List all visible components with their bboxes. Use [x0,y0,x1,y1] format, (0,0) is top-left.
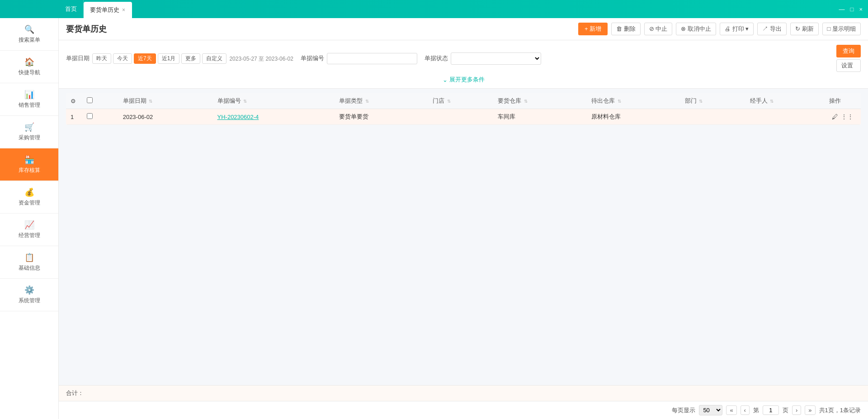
sidebar-item-system[interactable]: ⚙️ 系统管理 [0,279,58,311]
show-detail-button[interactable]: □ 显示明细 [822,23,861,35]
close-icon[interactable]: × [859,6,863,13]
delete-button[interactable]: 🗑 删除 [611,23,641,35]
expand-label: 展开更多条件 [449,76,485,84]
cell-handler [745,109,825,125]
sidebar-item-operations-label: 经营管理 [19,232,40,239]
col-settings[interactable]: ⚙ [66,93,82,109]
sidebar-item-search-menu[interactable]: 🔍 搜索菜单 [0,18,58,51]
operations-icon: 📈 [24,220,34,230]
col-dest-warehouse[interactable]: 待出仓库 ⇅ [587,93,680,109]
date-btn-custom[interactable]: 自定义 [202,53,226,64]
doc-number-input[interactable] [327,53,417,64]
sidebar-item-purchase[interactable]: 🛒 采购管理 [0,116,58,148]
col-doc-number[interactable]: 单据编号 ⇅ [213,93,335,109]
col-dept[interactable]: 部门 ⇅ [680,93,745,109]
date-btn-last7days[interactable]: 近7天 [134,53,156,64]
sidebar-item-sales[interactable]: 📊 销售管理 [0,83,58,116]
tab-history-label: 要货单历史 [90,6,119,14]
date-btn-yesterday[interactable]: 昨天 [92,53,111,64]
sidebar: 🔍 搜索菜单 🏠 快捷导航 📊 销售管理 🛒 采购管理 🏪 库存核算 💰 资金管… [0,18,59,419]
col-req-warehouse[interactable]: 要货仓库 ⇅ [493,93,587,109]
search-menu-icon: 🔍 [24,24,34,34]
export-button[interactable]: ↗ 导出 [757,23,787,35]
sidebar-item-purchase-label: 采购管理 [19,134,40,142]
print-button[interactable]: 🖨 打印 ▾ [720,23,754,35]
tab-home-label: 首页 [65,5,77,13]
sidebar-item-basic-info-label: 基础信息 [19,264,40,272]
tab-close-icon[interactable]: × [122,7,125,13]
cell-doc-number[interactable]: YH-20230602-4 [213,109,335,125]
pagination-bar: 每页显示 20 50 100 « ‹ 第 页 › » 共1页，1条记录 [59,401,868,419]
page-label-post: 页 [783,406,788,414]
row-checkbox[interactable] [87,113,93,119]
sidebar-item-sales-label: 销售管理 [19,101,40,109]
date-btn-last1month[interactable]: 近1月 [158,53,180,64]
col-handler[interactable]: 经手人 ⇅ [745,93,825,109]
minimize-icon[interactable]: — [839,6,845,13]
sidebar-item-operations[interactable]: 📈 经营管理 [0,214,58,246]
cell-ops: 🖊 ⋮⋮ [825,109,861,125]
table-summary: 合计： [59,385,868,401]
date-btn-more[interactable]: 更多 [181,53,200,64]
cell-checkbox [82,109,118,125]
sidebar-item-finance-label: 资金管理 [19,199,40,207]
date-btn-today[interactable]: 今天 [113,53,132,64]
first-page-button[interactable]: « [726,405,736,415]
sidebar-item-quick-nav-label: 快捷导航 [19,69,40,76]
date-buttons: 昨天 今天 近7天 近1月 更多 自定义 [92,53,226,64]
page-title: 要货单历史 [66,24,107,34]
sidebar-item-inventory[interactable]: 🏪 库存核算 [0,148,58,181]
row-edit-icon[interactable]: 🖊 [832,113,838,120]
filter-row: 单据日期 昨天 今天 近7天 近1月 更多 自定义 2023-05-27 至 2… [66,45,861,72]
page-size-select[interactable]: 20 50 100 [699,405,722,415]
toolbar: + 新增 🗑 删除 ⊘ 中止 ⊗ 取消中止 🖨 打印 ▾ ↗ 导出 ↻ 刷新 □… [578,23,861,35]
doc-status-filter-group: 单据状态 [425,52,541,65]
date-filter-label: 单据日期 [66,54,90,62]
doc-status-select[interactable] [451,52,541,65]
page-number-input[interactable] [763,405,779,415]
table-row: 1 2023-06-02 YH-20230602-4 要货单要货 车间库 原材料… [66,109,861,125]
cell-doc-date: 2023-06-02 [118,109,213,125]
next-page-button[interactable]: › [792,405,801,415]
select-all-checkbox[interactable] [87,97,93,103]
cell-doc-type: 要货单要货 [335,109,428,125]
last-page-button[interactable]: » [805,405,815,415]
col-ops: 操作 [825,93,861,109]
cell-dept [680,109,745,125]
expand-more[interactable]: ⌄ 展开更多条件 [66,76,861,84]
row-more-icon[interactable]: ⋮⋮ [841,113,854,120]
system-icon: ⚙️ [24,285,34,295]
stop-button[interactable]: ⊘ 中止 [644,23,673,35]
date-filter-group: 单据日期 昨天 今天 近7天 近1月 更多 自定义 2023-05-27 至 2… [66,53,293,64]
maximize-icon[interactable]: □ [850,6,854,13]
sidebar-item-quick-nav[interactable]: 🏠 快捷导航 [0,51,58,83]
tab-home[interactable]: 首页 [59,0,84,18]
app-body: 🔍 搜索菜单 🏠 快捷导航 📊 销售管理 🛒 采购管理 🏪 库存核算 💰 资金管… [0,18,868,419]
add-button[interactable]: + 新增 [578,23,608,35]
doc-number-link[interactable]: YH-20230602-4 [217,114,259,120]
col-doc-type[interactable]: 单据类型 ⇅ [335,93,428,109]
page-label-pre: 第 [753,406,759,414]
basic-info-icon: 📋 [24,252,34,262]
prev-page-button[interactable]: ‹ [741,405,750,415]
cell-store [428,109,493,125]
refresh-button[interactable]: ↻ 刷新 [790,23,819,35]
col-doc-date[interactable]: 单据日期 ⇅ [118,93,213,109]
cell-dest-warehouse: 原材料仓库 [587,109,680,125]
sidebar-item-basic-info[interactable]: 📋 基础信息 [0,246,58,279]
col-store[interactable]: 门店 ⇅ [428,93,493,109]
main-content: 要货单历史 + 新增 🗑 删除 ⊘ 中止 ⊗ 取消中止 🖨 打印 ▾ ↗ 导出 … [59,18,868,419]
cell-req-warehouse: 车间库 [493,109,587,125]
expand-icon: ⌄ [443,76,448,83]
sidebar-item-finance[interactable]: 💰 资金管理 [0,181,58,214]
sales-icon: 📊 [24,90,34,100]
tab-history[interactable]: 要货单历史 × [84,2,132,18]
cancel-stop-button[interactable]: ⊗ 取消中止 [676,23,716,35]
purchase-icon: 🛒 [24,122,34,132]
table-area: ⚙ 单据日期 ⇅ 单据编号 ⇅ 单据类型 ⇅ 门店 ⇅ 要货仓库 ⇅ 待出仓库 … [59,89,868,385]
data-table: ⚙ 单据日期 ⇅ 单据编号 ⇅ 单据类型 ⇅ 门店 ⇅ 要货仓库 ⇅ 待出仓库 … [66,93,861,125]
page-size-label: 每页显示 [672,406,695,414]
query-button[interactable]: 查询 [836,45,861,57]
settings-button[interactable]: 设置 [836,59,861,72]
sidebar-item-system-label: 系统管理 [19,297,40,305]
